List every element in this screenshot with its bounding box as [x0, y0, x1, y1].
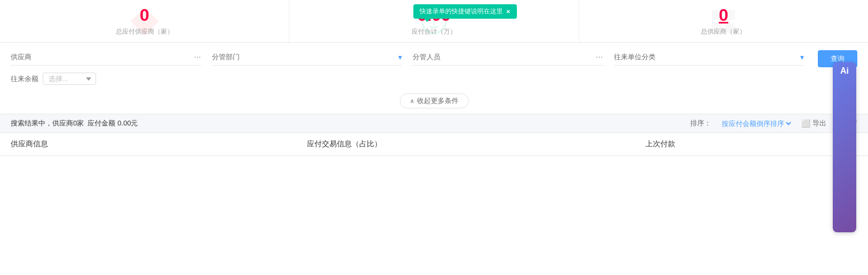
col-transaction-header: 应付交易信息（占比） — [307, 139, 645, 149]
ai-badge[interactable]: Ai — [833, 62, 856, 232]
top-stats-bar: 0 总应付供应商（家） 0.00 应付合计（万） 快速录单的快捷键说明在这里 × — [0, 0, 868, 43]
result-info: 搜索结果中，供应商0家 应付金额 0.00元 — [11, 119, 138, 128]
dept-input[interactable] — [244, 53, 399, 61]
stat-total-payable-amount: 0.00 应付合计（万） 快速录单的快捷键说明在这里 × — [289, 0, 579, 42]
tooltip-text: 快速录单的快捷键说明在这里 — [420, 7, 503, 16]
result-prefix: 搜索结果中，供应商 — [11, 119, 73, 127]
sort-label: 排序： — [690, 119, 711, 128]
result-bar: 搜索结果中，供应商0家 应付金额 0.00元 排序： 按应付会额倒序排序 ⬜ 导… — [0, 114, 868, 133]
dept-dropdown-btn[interactable]: ▾ — [398, 53, 402, 61]
result-amount-value: 0.00元 — [117, 119, 138, 127]
col-supplier-header: 供应商信息 — [11, 139, 307, 149]
svg-rect-8 — [712, 22, 722, 33]
tooltip-bubble: 快速录单的快捷键说明在这里 × — [413, 4, 517, 19]
export-icon: ⬜ — [801, 119, 810, 128]
supplier-field: 供应商 ··· — [11, 52, 201, 66]
table-header: 供应商信息 应付交易信息（占比） 上次付款 — [0, 133, 868, 156]
dept-field: 分管部门 ▾ — [212, 52, 403, 66]
balance-label: 往来余额 — [11, 74, 38, 84]
collapse-button[interactable]: ∧ 收起更多条件 — [400, 93, 469, 108]
category-label: 往来单位分类 — [614, 52, 656, 62]
person-dots-btn[interactable]: ··· — [596, 52, 603, 62]
person-field: 分管人员 ··· — [413, 52, 603, 66]
balance-select[interactable]: 选择... — [43, 73, 96, 85]
dept-label: 分管部门 — [212, 52, 240, 62]
category-field: 往来单位分类 ▾ — [614, 52, 804, 66]
diamond-icon — [130, 7, 159, 36]
result-amount-prefix: 应付金额 — [88, 119, 115, 127]
stat-total-payable-suppliers: 0 总应付供应商（家） — [0, 0, 289, 42]
export-label: 导出 — [812, 119, 826, 128]
person-label: 分管人员 — [413, 52, 440, 62]
balance-field: 往来余额 选择... — [11, 73, 96, 85]
stat-total-suppliers: 0 总供应商（家） — [579, 0, 868, 42]
result-supplier-unit: 家 — [77, 119, 84, 127]
category-dropdown-btn[interactable]: ▾ — [800, 53, 804, 61]
search-bar: 供应商 ··· 分管部门 ▾ 分管人员 ··· 往来单位分类 ▾ 查询 往来余额 — [0, 43, 868, 114]
col-payment-header: 上次付款 — [645, 139, 857, 149]
supplier-label: 供应商 — [11, 52, 31, 62]
search-row-1: 供应商 ··· 分管部门 ▾ 分管人员 ··· 往来单位分类 ▾ 查询 — [11, 50, 857, 67]
person-input[interactable] — [445, 53, 596, 61]
category-input[interactable] — [660, 53, 801, 61]
supplier-input[interactable] — [36, 53, 194, 61]
search-row-2: 往来余额 选择... — [11, 73, 857, 85]
export-button[interactable]: ⬜ 导出 — [801, 119, 826, 128]
collapse-chevron: ∧ — [410, 98, 414, 105]
svg-marker-0 — [131, 8, 157, 34]
collapse-label: 收起更多条件 — [417, 96, 459, 106]
supplier-dots-btn[interactable]: ··· — [194, 52, 201, 62]
svg-rect-9 — [725, 22, 735, 33]
tooltip-close-btn[interactable]: × — [506, 7, 510, 15]
collapse-row: ∧ 收起更多条件 — [11, 90, 857, 114]
svg-rect-7 — [725, 10, 735, 20]
grid-icon — [709, 7, 738, 36]
sort-select[interactable]: 按应付会额倒序排序 — [720, 119, 793, 128]
table-body — [0, 156, 868, 275]
svg-rect-6 — [712, 10, 722, 20]
